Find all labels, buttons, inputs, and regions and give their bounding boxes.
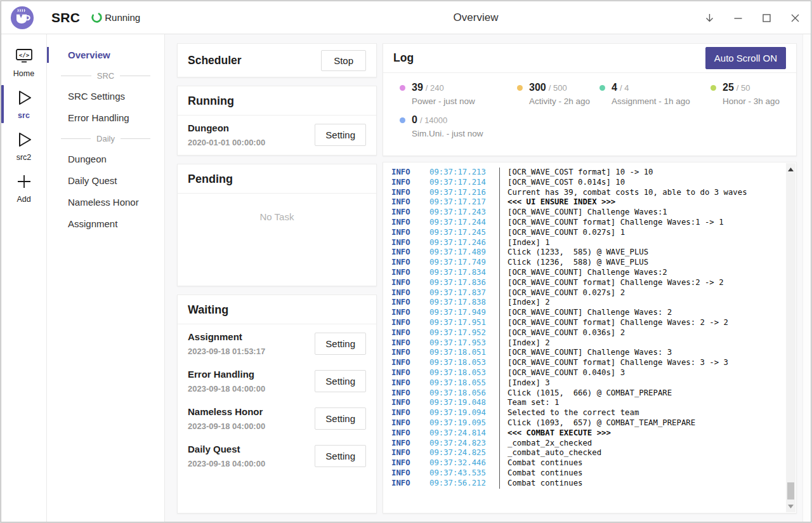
- log-line: INFO09:37:17.217<<< UI ENSURE INDEX >>>: [383, 197, 785, 208]
- log-line: INFO09:37:17.952[OCR_WAVE_COUNT 0.036s] …: [383, 328, 785, 338]
- scroll-down-icon[interactable]: [786, 501, 796, 511]
- log-line: INFO09:37:17.213[OCR_WAVE_COST format] 1…: [383, 168, 785, 178]
- log-level: INFO: [383, 218, 429, 228]
- stat-value: 25: [723, 82, 734, 93]
- log-timestamp: 09:37:17.836: [429, 278, 499, 288]
- log-line: INFO09:37:17.214[OCR_WAVE_COST 0.014s] 1…: [383, 178, 785, 188]
- stat-dot-icon: [599, 85, 605, 91]
- stat-value: 300: [529, 82, 546, 93]
- log-message: _combat_auto_checked: [499, 448, 601, 458]
- log-level: INFO: [383, 278, 429, 288]
- setting-button[interactable]: Setting: [315, 445, 366, 467]
- stat-value-row: 39 / 240: [400, 82, 517, 93]
- log-level: INFO: [383, 168, 429, 178]
- scroll-up-icon[interactable]: [786, 164, 796, 174]
- log-line: INFO09:37:24.814<<< COMBAT EXECUTE >>>: [383, 428, 785, 439]
- log-timestamp: 09:37:17.489: [429, 248, 499, 258]
- task-row: Error Handling2023-09-18 04:00:00Setting: [178, 362, 376, 399]
- task-row: Dungeon 2020-01-01 00:00:00 Setting: [178, 116, 376, 153]
- auto-scroll-button[interactable]: Auto Scroll ON: [705, 47, 786, 69]
- log-level: INFO: [383, 248, 429, 258]
- log-timestamp: 09:37:17.246: [429, 238, 499, 248]
- log-level: INFO: [383, 288, 429, 298]
- nav-item-dungeon[interactable]: Dungeon: [47, 149, 164, 169]
- nav-item-nameless-honor[interactable]: Nameless Honor: [47, 192, 164, 213]
- log-level: INFO: [383, 178, 429, 188]
- download-update-icon[interactable]: [704, 12, 715, 23]
- log-level: INFO: [383, 268, 429, 278]
- setting-button[interactable]: Setting: [315, 370, 366, 392]
- log-line: INFO09:37:18.051[OCR_WAVE_COUNT] Challen…: [383, 348, 785, 358]
- log-message: Click (1236, 588) @ WAVE_PLUS: [499, 258, 648, 268]
- log-level: INFO: [383, 468, 429, 479]
- task-time: 2023-09-18 04:00:00: [188, 421, 265, 431]
- log-title: Log: [393, 51, 414, 65]
- log-timestamp: 09:37:17.949: [429, 308, 499, 318]
- setting-button[interactable]: Setting: [315, 333, 366, 355]
- log-message: Selected to the correct team: [499, 408, 639, 418]
- app-name: SRC: [51, 10, 80, 25]
- log-header: Log Auto Scroll ON: [383, 44, 796, 73]
- log-message: <<< UI ENSURE INDEX >>>: [499, 197, 615, 208]
- rail-item-src[interactable]: src: [1, 83, 46, 125]
- log-timestamp: 09:37:19.095: [429, 418, 499, 428]
- stat-label: Assignment - 1h ago: [612, 96, 710, 106]
- waiting-card: Waiting Assignment2023-09-18 01:53:17Set…: [177, 295, 377, 513]
- task-info: Nameless Honor2023-09-18 04:00:00: [188, 406, 265, 431]
- log-timestamp: 09:37:17.214: [429, 178, 499, 188]
- log-timestamp: 09:37:24.823: [429, 439, 499, 449]
- nav-item-error-handling[interactable]: Error Handling: [47, 107, 164, 128]
- log-timestamp: 09:37:19.048: [429, 398, 499, 408]
- app-logo-icon: [10, 6, 34, 30]
- log-scrollbar[interactable]: [786, 163, 796, 512]
- task-time: 2023-09-18 04:00:00: [188, 384, 265, 394]
- rail-item-add[interactable]: Add: [1, 167, 46, 209]
- log-level: INFO: [383, 378, 429, 388]
- log-line: INFO09:37:17.834[OCR_WAVE_COUNT] Challen…: [383, 268, 785, 278]
- log-timestamp: 09:37:18.053: [429, 358, 499, 368]
- window-controls: [704, 1, 801, 34]
- nav-section-label: Daily: [96, 134, 115, 143]
- nav-item-src-settings[interactable]: SRC Settings: [47, 86, 164, 107]
- log-line: INFO09:37:18.053[OCR_WAVE_COUNT 0.040s] …: [383, 368, 785, 378]
- nav-item-overview[interactable]: Overview: [47, 44, 164, 65]
- maximize-icon[interactable]: [761, 12, 772, 23]
- log-line: INFO09:37:18.056Click (1015, 666) @ COMB…: [383, 388, 785, 399]
- stat-value: 4: [612, 82, 617, 93]
- log-line: INFO09:37:32.446Combat continues: [383, 458, 785, 468]
- log-timestamp: 09:37:56.212: [429, 479, 499, 489]
- setting-button[interactable]: Setting: [315, 407, 366, 430]
- scheduler-status: Running: [91, 11, 140, 23]
- close-icon[interactable]: [789, 12, 801, 23]
- log-message: Combat continues: [499, 479, 582, 489]
- minimize-icon[interactable]: [732, 12, 743, 23]
- scrollbar-thumb[interactable]: [787, 482, 794, 500]
- rail-item-src2[interactable]: src2: [1, 125, 46, 167]
- nav-item-assignment[interactable]: Assignment: [47, 213, 164, 234]
- log-output-card: INFO09:37:17.213[OCR_WAVE_COST format] 1…: [383, 162, 797, 513]
- log-message: _combat_2x_checked: [499, 439, 592, 449]
- stop-button[interactable]: Stop: [321, 50, 366, 71]
- running-card: Running Dungeon 2020-01-01 00:00:00 Sett…: [177, 86, 377, 156]
- log-message: Combat continues: [499, 458, 582, 468]
- log-message: [Index] 3: [499, 378, 550, 388]
- pending-title: Pending: [178, 164, 376, 194]
- log-timestamp: 09:37:17.243: [429, 208, 499, 218]
- setting-button[interactable]: Setting: [315, 124, 366, 146]
- log-message: [OCR_WAVE_COUNT format] Challenge Waves:…: [499, 218, 724, 228]
- waiting-title: Waiting: [178, 295, 376, 324]
- log-line: INFO09:37:18.053[OCR_WAVE_COUNT format] …: [383, 358, 785, 368]
- log-line: INFO09:37:43.535Combat continues: [383, 468, 785, 479]
- code-monitor-icon: </>: [14, 48, 34, 67]
- log-message: [OCR_WAVE_COST format] 10 -> 10: [499, 168, 653, 178]
- rail-item-home[interactable]: </>Home: [1, 42, 46, 83]
- task-name: Error Handling: [188, 369, 265, 380]
- stat-dot-icon: [710, 85, 716, 91]
- content-area: Scheduler Stop Running Dungeon 2020-01-0…: [165, 34, 811, 522]
- log-level: INFO: [383, 358, 429, 368]
- log-line: INFO09:37:56.212Combat continues: [383, 479, 785, 489]
- log-line: INFO09:37:18.055[Index] 3: [383, 378, 785, 388]
- log-line: INFO09:37:24.823_combat_2x_checked: [383, 439, 785, 449]
- nav-item-daily-quest[interactable]: Daily Quest: [47, 170, 164, 191]
- log-line: INFO09:37:19.094Selected to the correct …: [383, 408, 785, 418]
